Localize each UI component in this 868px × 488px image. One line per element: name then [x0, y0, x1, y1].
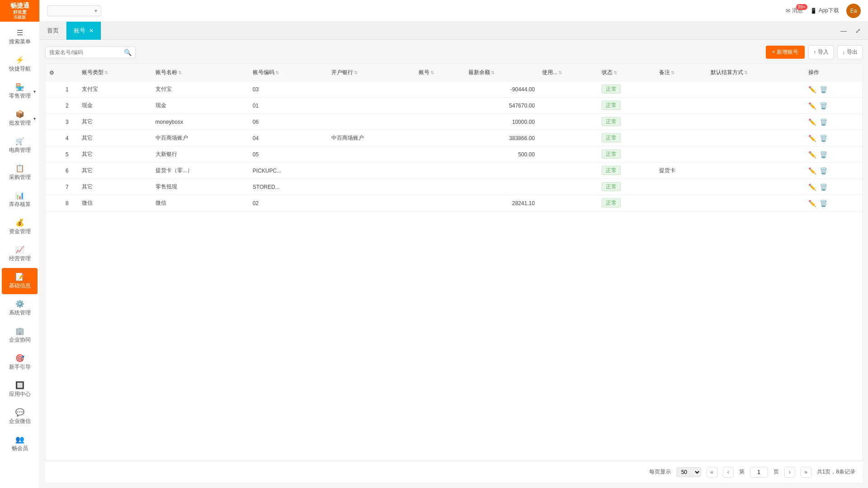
sidebar-item-wecom[interactable]: 💬 企业微信 [2, 404, 38, 430]
cell-default-payment [707, 130, 804, 146]
page-size-select[interactable]: 50 10 20 100 [676, 467, 701, 477]
search-box[interactable]: 🔍 [45, 47, 136, 58]
edit-icon[interactable]: ✏️ [808, 135, 816, 142]
sidebar-item-inventory[interactable]: 📊 库存核算 [2, 187, 38, 213]
tab-minimize-button[interactable]: — [837, 24, 850, 37]
sidebar-item-label: 系统管理 [9, 309, 31, 317]
table-row: 3 其它 moneybosx 06 10000.00 正常 ✏️ 🗑️ [46, 114, 862, 130]
export-button[interactable]: ↓ 导出 [837, 45, 863, 59]
delete-icon[interactable]: 🗑️ [820, 200, 827, 207]
top-search-input[interactable] [52, 8, 93, 14]
page-number-input[interactable] [750, 467, 768, 478]
user-avatar[interactable]: Ea [846, 4, 861, 18]
sidebar-item-retail[interactable]: 🏪 零售管理 [2, 78, 38, 104]
col-type[interactable]: 账号类型⇅ [78, 64, 152, 81]
last-page-button[interactable]: » [801, 467, 811, 478]
sidebar-item-wholesale[interactable]: 📦 批发管理 [2, 105, 38, 131]
edit-icon[interactable]: ✏️ [808, 167, 816, 174]
delete-icon[interactable]: 🗑️ [820, 167, 827, 174]
system-icon: ⚙️ [15, 300, 24, 308]
cell-usage [538, 114, 598, 130]
sidebar-item-label: 采购管理 [9, 174, 31, 181]
sidebar-item-ecommerce[interactable]: 🛒 电商管理 [2, 132, 38, 159]
edit-icon[interactable]: ✏️ [808, 183, 816, 191]
sidebar-item-operations[interactable]: 📈 经营管理 [2, 241, 38, 267]
cell-balance [465, 163, 538, 179]
prev-page-button[interactable]: ‹ [723, 467, 734, 478]
edit-icon[interactable]: ✏️ [808, 102, 816, 109]
col-account[interactable]: 账号⇅ [415, 64, 465, 81]
edit-icon[interactable]: ✏️ [808, 118, 816, 126]
col-code[interactable]: 账号编码⇅ [249, 64, 328, 81]
delete-icon[interactable]: 🗑️ [820, 102, 827, 109]
sidebar-item-label: 批发管理 [9, 119, 31, 127]
operations-icon: 📈 [15, 245, 24, 254]
sidebar-item-quick-nav[interactable]: ⚡ 快捷导航 [2, 51, 38, 77]
next-page-button[interactable]: › [784, 467, 795, 478]
sidebar-item-label: 基础信息 [9, 282, 31, 290]
logo: 畅捷通 好生意 乐版版 [0, 0, 39, 22]
app-download-button[interactable]: 📱 App下载 [810, 7, 839, 14]
sidebar-item-app-center[interactable]: 🔲 应用中心 [2, 376, 38, 403]
delete-icon[interactable]: 🗑️ [820, 86, 827, 93]
cell-usage [538, 98, 598, 114]
import-button[interactable]: ↑ 导入 [808, 45, 834, 59]
col-note-label: 备注 [659, 69, 670, 75]
action-icons: ✏️ 🗑️ [808, 135, 859, 142]
col-bank[interactable]: 开户银行⇅ [328, 64, 415, 81]
sidebar-item-purchase[interactable]: 📋 采购管理 [2, 160, 38, 186]
edit-icon[interactable]: ✏️ [808, 200, 816, 207]
message-button[interactable]: ✉ 消息 99+ [786, 7, 803, 14]
tab-accounts[interactable]: 账号 ✕ [66, 22, 101, 40]
sidebar-item-enterprise[interactable]: 🏢 企业协同 [2, 322, 38, 348]
col-status[interactable]: 状态⇅ [598, 64, 656, 81]
sidebar-item-finance[interactable]: 💰 资金管理 [2, 214, 38, 240]
tab-maximize-button[interactable]: ⤢ [852, 24, 864, 37]
wholesale-icon: 📦 [15, 110, 24, 118]
edit-icon[interactable]: ✏️ [808, 151, 816, 158]
col-usage[interactable]: 使用...⇅ [538, 64, 598, 81]
sidebar-item-label: 新手引导 [9, 363, 31, 371]
tab-actions: — ⤢ [837, 24, 868, 37]
cell-action: ✏️ 🗑️ [805, 98, 862, 114]
cell-type: 其它 [78, 179, 152, 195]
status-badge: 正常 [602, 117, 621, 126]
add-account-button[interactable]: + 新增账号 [766, 46, 805, 59]
sidebar-item-member[interactable]: 👥 畅会员 [2, 431, 38, 457]
search-input[interactable] [49, 49, 124, 56]
col-balance[interactable]: 最新余额⇅ [465, 64, 538, 81]
cell-note [656, 179, 707, 195]
cell-bank [328, 114, 415, 130]
dropdown-icon[interactable]: ▾ [94, 8, 97, 14]
tab-home[interactable]: 首页 [40, 22, 66, 40]
sidebar-item-search-menu[interactable]: ☰ 搜索菜单 [2, 24, 38, 50]
delete-icon[interactable]: 🗑️ [820, 135, 827, 142]
sidebar-item-system[interactable]: ⚙️ 系统管理 [2, 295, 38, 321]
cell-balance: 28241.10 [465, 195, 538, 211]
col-note[interactable]: 备注⇅ [656, 64, 707, 81]
cell-account [415, 179, 465, 195]
cell-settings [46, 146, 62, 163]
sort-icon: ⇅ [354, 70, 358, 75]
sidebar-item-guide[interactable]: 🎯 新手引导 [2, 349, 38, 375]
cell-bank [328, 195, 415, 211]
edit-icon[interactable]: ✏️ [808, 86, 816, 93]
table-row: 6 其它 提货卡（零...） PICKUPC... 正常 提货卡 ✏️ 🗑️ [46, 163, 862, 179]
cell-code: 06 [249, 114, 328, 130]
top-search-box[interactable]: ▾ [47, 5, 101, 16]
delete-icon[interactable]: 🗑️ [820, 118, 827, 126]
first-page-button[interactable]: « [707, 467, 717, 478]
tab-close-icon[interactable]: ✕ [89, 28, 94, 34]
import-icon: ↑ [813, 49, 816, 56]
col-name[interactable]: 账号名称⇅ [152, 64, 249, 81]
cell-type: 其它 [78, 146, 152, 163]
delete-icon[interactable]: 🗑️ [820, 151, 827, 158]
retail-icon: 🏪 [15, 83, 24, 91]
cell-account [415, 195, 465, 211]
cell-note [656, 114, 707, 130]
member-icon: 👥 [15, 435, 24, 444]
sidebar-item-basic-info[interactable]: 📝 基础信息 [2, 268, 38, 294]
col-default-payment[interactable]: 默认结算方式⇅ [707, 64, 804, 81]
delete-icon[interactable]: 🗑️ [820, 183, 827, 191]
col-settings[interactable]: ⚙ [46, 64, 62, 81]
